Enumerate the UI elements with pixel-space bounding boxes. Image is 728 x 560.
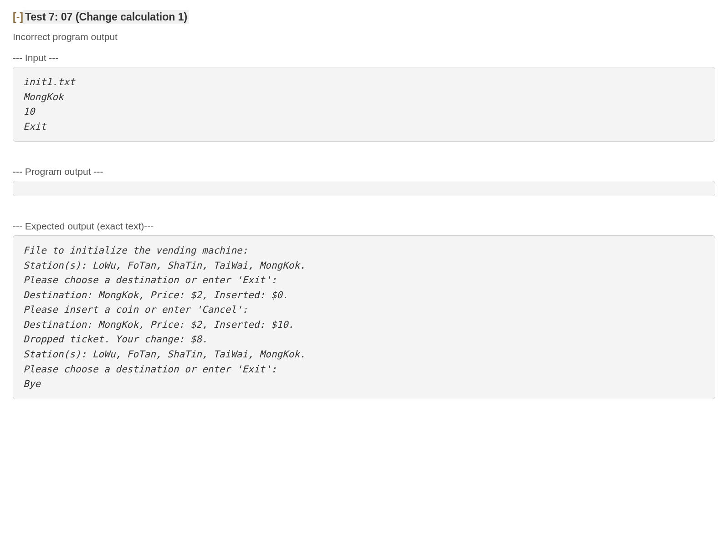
heading-line: [-]Test 7: 07 (Change calculation 1) [13,11,715,23]
program-output-box [13,181,715,196]
section-label-expected-output: --- Expected output (exact text)--- [13,221,715,232]
test-title: Test 7: 07 (Change calculation 1) [23,10,189,24]
test-result-block: [-]Test 7: 07 (Change calculation 1) Inc… [0,0,728,410]
result-status: Incorrect program output [13,31,715,42]
section-label-program-output: --- Program output --- [13,166,715,177]
expected-output-box: File to initialize the vending machine: … [13,235,715,399]
section-label-input: --- Input --- [13,52,715,63]
collapse-toggle[interactable]: [-] [13,11,23,23]
input-box: init1.txt MongKok 10 Exit [13,67,715,142]
